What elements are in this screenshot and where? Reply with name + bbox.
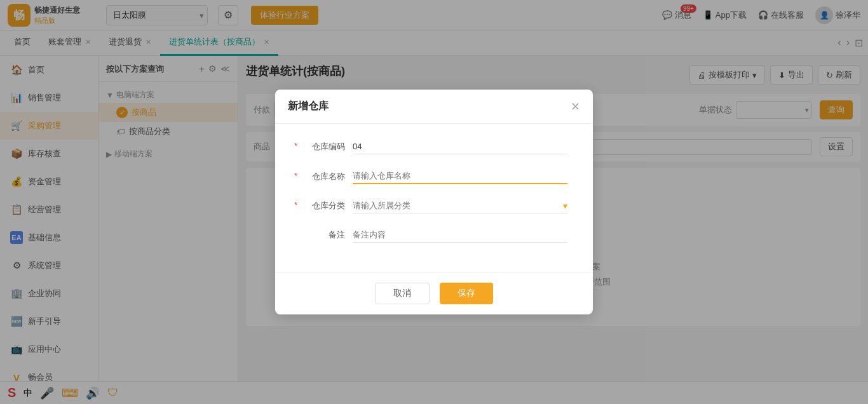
dialog-body: 仓库编码 仓库名称 仓库分类 ▾ 备注 bbox=[275, 124, 593, 272]
category-select-wrap: ▾ bbox=[353, 198, 567, 213]
dialog-overlay[interactable]: 新增仓库 ✕ 仓库编码 仓库名称 仓库分类 ▾ bbox=[0, 0, 868, 404]
form-row-remark: 备注 bbox=[301, 227, 567, 243]
form-row-name: 仓库名称 bbox=[301, 168, 567, 184]
form-row-category: 仓库分类 ▾ bbox=[301, 198, 567, 213]
form-row-code: 仓库编码 bbox=[301, 139, 567, 154]
remark-label: 备注 bbox=[301, 229, 345, 241]
name-label: 仓库名称 bbox=[301, 171, 345, 182]
save-button[interactable]: 保存 bbox=[440, 283, 493, 304]
dialog: 新增仓库 ✕ 仓库编码 仓库名称 仓库分类 ▾ bbox=[275, 90, 593, 314]
code-input[interactable] bbox=[353, 139, 567, 154]
dialog-close-icon[interactable]: ✕ bbox=[571, 101, 580, 112]
dialog-header: 新增仓库 ✕ bbox=[275, 90, 593, 124]
cancel-button[interactable]: 取消 bbox=[375, 283, 430, 304]
category-arrow-icon: ▾ bbox=[563, 201, 567, 211]
dialog-title: 新增仓库 bbox=[288, 100, 329, 113]
category-input[interactable] bbox=[353, 198, 567, 213]
name-input[interactable] bbox=[353, 168, 567, 184]
category-label: 仓库分类 bbox=[301, 200, 345, 212]
remark-input[interactable] bbox=[353, 227, 567, 243]
code-label: 仓库编码 bbox=[301, 141, 345, 152]
dialog-footer: 取消 保存 bbox=[275, 272, 593, 314]
